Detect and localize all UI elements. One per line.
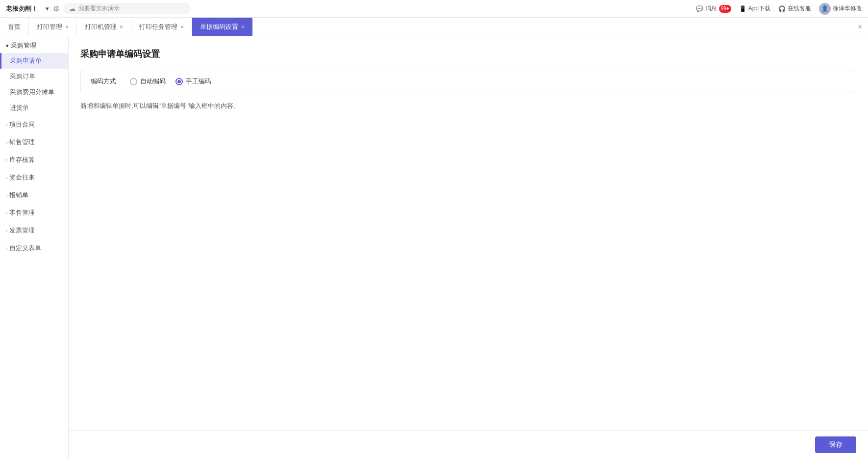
message-label: 消息 [705,4,717,13]
encoding-section: 编码方式 自动编码 手工编码 [80,70,856,93]
sidebar-group-retail-mgmt-label: 零售管理 [9,208,35,217]
tab-print-mgmt[interactable]: 打印管理 × [29,18,77,36]
radio-manual-label: 手工编码 [186,77,211,86]
tab-barcode-setting[interactable]: 单据编码设置 × [192,18,253,36]
tab-printer-mgmt-label: 打印机管理 [85,23,117,31]
tab-print-mgmt-close[interactable]: × [65,24,69,30]
sidebar: ▾ 采购管理 采购申请单 采购订单 采购费用分摊单 进货单 › 项目合同 › 销… [0,36,69,459]
topbar-right: 💬 消息 99+ 📱 App下载 🎧 在线客服 👤 徐泽华修改 [696,3,862,15]
search-bar[interactable]: ☁ 我要看实例演示 [63,3,191,14]
sidebar-group-fund-label: 资金往来 [9,173,35,182]
tab-printer-mgmt[interactable]: 打印机管理 × [77,18,131,36]
sidebar-group-invoice-mgmt-label: 发票管理 [9,226,35,235]
sidebar-group-sales-mgmt-label: 销售管理 [9,138,35,147]
sidebar-group-custom-form-label: 自定义表单 [9,244,41,253]
tab-print-task-mgmt[interactable]: 打印任务管理 × [131,18,192,36]
gear-icon[interactable]: ⚙ [53,4,59,13]
main-layout: ▾ 采购管理 采购申请单 采购订单 采购费用分摊单 进货单 › 项目合同 › 销… [0,36,868,459]
content-inner: 采购申请单编码设置 编码方式 自动编码 [69,36,868,430]
topbar: 老板勿削！ ▾ ⚙ ☁ 我要看实例演示 💬 消息 99+ 📱 App下载 🎧 在… [0,0,868,18]
headset-icon: 🎧 [778,5,786,12]
chevron-right-icon: › [6,157,7,163]
chevron-right-icon: › [6,210,7,216]
chevron-right-icon: › [6,246,7,251]
sidebar-item-stock-in[interactable]: 进货单 [0,100,68,116]
encoding-label: 编码方式 [91,77,118,86]
chevron-right-icon: › [6,193,7,198]
message-badge: 99+ [719,5,731,13]
dropdown-trigger[interactable]: ▾ [46,5,49,12]
sidebar-group-return-label: 报销单 [9,191,28,200]
sidebar-item-purchase-expense-label: 采购费用分摊单 [10,88,54,97]
sidebar-group-purchase-mgmt[interactable]: ▾ 采购管理 [0,36,68,53]
tab-printer-mgmt-close[interactable]: × [120,24,123,30]
sidebar-group-fund[interactable]: › 资金往来 [0,169,68,186]
radio-auto-label: 自动编码 [140,77,166,86]
sidebar-item-purchase-order-label: 采购订单 [10,72,35,81]
tab-bar-close-icon[interactable]: × [858,23,862,31]
online-service-label: 在线客服 [788,4,811,13]
radio-auto-outer[interactable] [130,78,137,85]
chevron-right-icon: › [6,175,7,180]
sidebar-item-purchase-request-label: 采购申请单 [10,56,42,65]
radio-manual-inner [177,80,181,83]
content-footer: 保存 [69,430,868,459]
save-button[interactable]: 保存 [815,436,856,453]
radio-auto-encode[interactable]: 自动编码 [130,77,166,86]
avatar: 👤 [819,3,831,15]
download-icon: 📱 [739,5,746,12]
tab-print-task-mgmt-label: 打印任务管理 [139,23,177,31]
sidebar-group-sales-mgmt[interactable]: › 销售管理 [0,133,68,151]
sidebar-item-stock-in-label: 进货单 [10,103,29,112]
user-menu[interactable]: 👤 徐泽华修改 [819,3,862,15]
tab-home-label: 首页 [8,23,21,31]
app-download-label: App下载 [748,4,770,13]
chevron-right-icon: › [6,228,7,233]
tab-barcode-setting-label: 单据编码设置 [200,23,238,31]
tab-print-mgmt-label: 打印管理 [37,23,62,31]
tabs-bar: 首页 打印管理 × 打印机管理 × 打印任务管理 × 单据编码设置 × × [0,18,868,36]
radio-manual-outer[interactable] [175,78,183,85]
search-placeholder-text: 我要看实例演示 [78,4,120,13]
radio-group-encoding: 自动编码 手工编码 [130,77,211,86]
message-button[interactable]: 💬 消息 99+ [696,4,731,13]
sidebar-item-purchase-order[interactable]: 采购订单 [0,69,68,84]
sidebar-group-project-contract-label: 项目合同 [9,120,35,129]
tab-barcode-setting-close[interactable]: × [241,24,245,30]
sidebar-item-purchase-request[interactable]: 采购申请单 [0,53,68,69]
message-icon: 💬 [696,5,703,12]
sidebar-group-project-contract[interactable]: › 项目合同 [0,116,68,133]
page-title: 采购申请单编码设置 [80,48,856,60]
description-text: 新增和编辑单据时,可以编辑"单据编号"输入框中的内容。 [80,101,856,111]
app-download-button[interactable]: 📱 App下载 [739,4,770,13]
chevron-right-icon: › [6,122,7,128]
sidebar-group-return[interactable]: › 报销单 [0,186,68,204]
content-area: 采购申请单编码设置 编码方式 自动编码 [69,36,868,459]
brand-logo: 老板勿削！ [6,4,38,13]
user-name: 徐泽华修改 [833,4,862,13]
cloud-icon: ☁ [69,5,75,12]
sidebar-group-inventory[interactable]: › 库存核算 [0,151,68,169]
sidebar-group-inventory-label: 库存核算 [9,155,35,164]
sidebar-group-purchase-mgmt-label: 采购管理 [11,41,36,50]
online-service-button[interactable]: 🎧 在线客服 [778,4,811,13]
sidebar-group-custom-form[interactable]: › 自定义表单 [0,239,68,257]
chevron-right-icon: › [6,140,7,145]
sidebar-group-retail-mgmt[interactable]: › 零售管理 [0,204,68,222]
avatar-icon: 👤 [821,5,828,12]
tab-print-task-mgmt-close[interactable]: × [180,24,184,30]
tab-home[interactable]: 首页 [0,18,29,36]
sidebar-group-invoice-mgmt[interactable]: › 发票管理 [0,222,68,239]
sidebar-item-purchase-expense[interactable]: 采购费用分摊单 [0,84,68,100]
chevron-down-icon: ▾ [46,5,49,12]
encoding-row: 编码方式 自动编码 手工编码 [91,77,846,86]
radio-manual-encode[interactable]: 手工编码 [175,77,211,86]
chevron-down-icon: ▾ [6,43,9,49]
